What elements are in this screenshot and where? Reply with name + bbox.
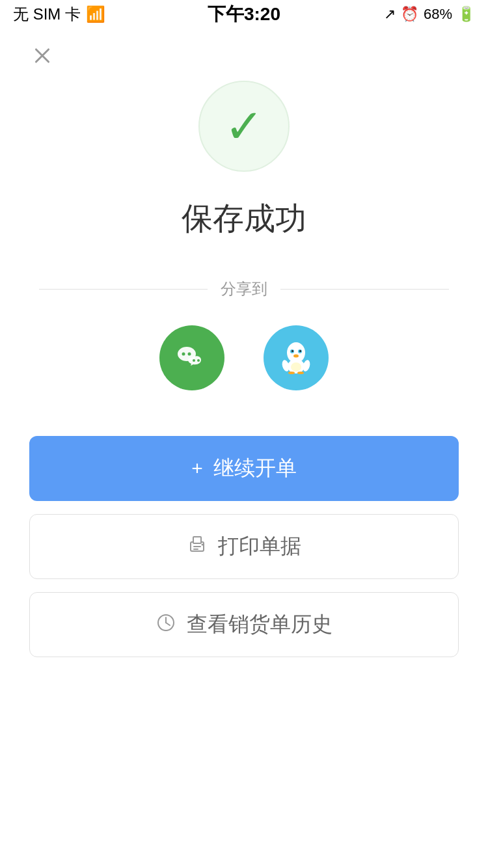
- svg-point-9: [299, 350, 301, 352]
- svg-point-13: [288, 372, 295, 374]
- share-row: [159, 325, 329, 390]
- checkmark-icon: ✓: [224, 103, 264, 150]
- qq-share-button[interactable]: [264, 325, 329, 390]
- divider-line-left: [39, 289, 208, 290]
- print-button[interactable]: 打印单据: [29, 514, 459, 579]
- svg-rect-19: [193, 546, 201, 547]
- plus-icon: +: [191, 457, 203, 480]
- continue-label: 继续开单: [213, 454, 297, 483]
- status-bar: 无 SIM 卡 📶 下午3:20 ↗ ⏰ 68% 🔋: [0, 0, 488, 29]
- status-right: ↗ ⏰ 68% 🔋: [384, 6, 475, 23]
- svg-point-2: [188, 353, 191, 356]
- svg-point-3: [193, 359, 195, 362]
- action-buttons: + 继续开单 打印单据: [29, 436, 459, 657]
- share-label: 分享到: [208, 278, 280, 299]
- divider-line-right: [280, 289, 449, 290]
- svg-rect-20: [193, 549, 198, 550]
- print-icon: [187, 534, 208, 560]
- svg-point-14: [297, 372, 304, 374]
- svg-point-4: [197, 359, 200, 362]
- success-circle: ✓: [198, 81, 290, 172]
- wechat-share-button[interactable]: [159, 325, 224, 390]
- history-button[interactable]: 查看销货单历史: [29, 592, 459, 657]
- qq-icon: [277, 338, 316, 377]
- battery-label: 68%: [424, 6, 452, 23]
- status-left: 无 SIM 卡 📶: [13, 4, 105, 25]
- svg-point-10: [293, 355, 299, 358]
- continue-button[interactable]: + 继续开单: [29, 436, 459, 501]
- alarm-icon: ⏰: [401, 6, 418, 23]
- svg-point-16: [302, 359, 311, 372]
- print-label: 打印单据: [218, 532, 301, 561]
- svg-point-21: [202, 543, 204, 545]
- main-content: ✓ 保存成功 分享到: [0, 29, 488, 657]
- svg-point-12: [291, 362, 301, 372]
- share-divider: 分享到: [0, 278, 488, 299]
- svg-point-8: [291, 350, 293, 352]
- sim-label: 无 SIM 卡: [13, 4, 81, 25]
- svg-point-15: [281, 359, 290, 372]
- location-icon: ↗: [384, 6, 396, 23]
- svg-rect-18: [193, 537, 201, 543]
- clock-icon: [156, 612, 176, 638]
- svg-point-1: [182, 353, 185, 356]
- close-button[interactable]: [26, 39, 59, 72]
- success-title: 保存成功: [182, 198, 306, 239]
- wechat-icon: [174, 340, 210, 376]
- wifi-icon: 📶: [86, 5, 105, 23]
- status-time: 下午3:20: [208, 2, 280, 27]
- battery-icon: 🔋: [457, 6, 475, 23]
- history-label: 查看销货单历史: [187, 610, 332, 639]
